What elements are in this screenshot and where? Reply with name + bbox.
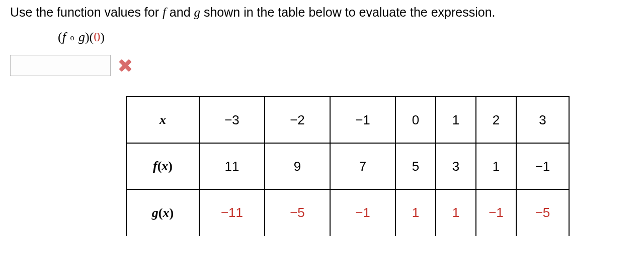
expr-close2: ) xyxy=(100,30,105,44)
prompt-text-mid: and xyxy=(166,5,194,19)
expr-arg: 0 xyxy=(94,30,100,44)
cell-fx-1: 9 xyxy=(265,143,330,189)
cell-fx-5: 1 xyxy=(476,143,516,189)
expr-open: ( xyxy=(58,30,62,44)
question-prompt: Use the function values for f and g show… xyxy=(10,5,634,20)
cell-x-4: 1 xyxy=(436,97,476,143)
cell-fx-0: 11 xyxy=(199,143,265,189)
cell-fx-2: 7 xyxy=(330,143,395,189)
function-table: x −3 −2 −1 0 1 2 3 f(x) 11 9 7 5 3 1 −1 … xyxy=(126,96,570,236)
compose-symbol: o xyxy=(69,33,75,42)
cell-gx-5: −1 xyxy=(476,189,516,236)
prompt-text-post: shown in the table below to evaluate the… xyxy=(200,5,496,19)
table-row-fx: f(x) 11 9 7 5 3 1 −1 xyxy=(126,143,569,189)
cell-gx-3: 1 xyxy=(395,189,436,236)
cell-fx-4: 3 xyxy=(436,143,476,189)
cell-gx-6: −5 xyxy=(516,189,569,236)
cell-x-0: −3 xyxy=(199,97,265,143)
table-row-x: x −3 −2 −1 0 1 2 3 xyxy=(126,97,569,143)
cell-gx-2: −1 xyxy=(330,189,395,236)
rowhead-gx: g(x) xyxy=(126,189,199,236)
table-row-gx: g(x) −11 −5 −1 1 1 −1 −5 xyxy=(126,189,569,236)
expr-f: f xyxy=(62,30,66,44)
cell-x-3: 0 xyxy=(395,97,436,143)
rowhead-fx: f(x) xyxy=(126,143,199,189)
cell-x-5: 2 xyxy=(476,97,516,143)
cell-gx-4: 1 xyxy=(436,189,476,236)
function-table-wrap: x −3 −2 −1 0 1 2 3 f(x) 11 9 7 5 3 1 −1 … xyxy=(126,96,634,236)
cell-fx-6: −1 xyxy=(516,143,569,189)
incorrect-icon xyxy=(118,58,133,73)
cell-fx-3: 5 xyxy=(395,143,436,189)
expr-g: g xyxy=(78,30,85,44)
prompt-text-pre: Use the function values for xyxy=(10,5,163,19)
rowhead-x: x xyxy=(126,97,199,143)
prompt-f: f xyxy=(163,6,166,19)
cell-x-2: −1 xyxy=(330,97,395,143)
prompt-g: g xyxy=(194,6,201,19)
cell-x-1: −2 xyxy=(265,97,330,143)
cell-gx-0: −11 xyxy=(199,189,265,236)
expression: (f o g)(0) xyxy=(58,30,634,45)
expr-close-open: )( xyxy=(85,30,94,44)
answer-input[interactable] xyxy=(10,55,111,76)
answer-row xyxy=(10,55,634,76)
cell-x-6: 3 xyxy=(516,97,569,143)
cell-gx-1: −5 xyxy=(265,189,330,236)
